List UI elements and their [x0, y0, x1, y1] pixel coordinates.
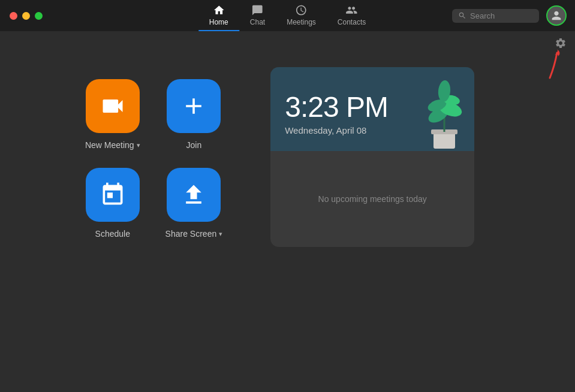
minimize-button[interactable]	[22, 12, 30, 20]
search-icon	[458, 11, 466, 20]
tab-home[interactable]: Home	[198, 1, 239, 31]
settings-icon	[555, 37, 567, 49]
share-screen-label: Share Screen ▾	[165, 229, 223, 239]
share-screen-icon-bg	[167, 168, 221, 222]
maximize-button[interactable]	[35, 12, 43, 20]
tab-meetings[interactable]: Meetings	[276, 1, 327, 31]
tab-meetings-label: Meetings	[287, 18, 316, 26]
meetings-icon	[296, 4, 308, 16]
join-label: Join	[186, 140, 202, 150]
chat-icon	[251, 4, 263, 16]
schedule-label: Schedule	[95, 229, 130, 239]
clock-time: 3:23 PM	[285, 93, 388, 122]
join-icon-bg	[167, 79, 221, 133]
upload-icon	[180, 182, 207, 208]
calendar-icon	[100, 182, 126, 208]
home-icon	[213, 4, 225, 16]
titlebar: Home Chat Meetings Contacts	[0, 0, 575, 31]
new-meeting-chevron: ▾	[137, 141, 140, 149]
close-button[interactable]	[10, 12, 17, 20]
new-meeting-icon-bg	[86, 79, 140, 133]
red-arrow	[532, 48, 562, 86]
action-grid: New Meeting ▾ Join Schedule	[84, 67, 222, 239]
clock-date: Wednesday, April 08	[285, 125, 388, 135]
tab-contacts[interactable]: Contacts	[327, 1, 377, 31]
share-screen-chevron: ▾	[219, 230, 222, 238]
avatar[interactable]	[546, 5, 567, 26]
schedule-icon-bg	[86, 168, 140, 222]
new-meeting-item[interactable]: New Meeting ▾	[84, 79, 142, 150]
no-meetings-text: No upcoming meetings today	[318, 194, 427, 204]
search-area[interactable]	[452, 9, 539, 23]
right-panel: 3:23 PM Wednesday, April 08	[270, 67, 474, 247]
search-input[interactable]	[470, 11, 533, 20]
join-item[interactable]: Join	[165, 79, 223, 150]
window-controls	[0, 12, 43, 20]
schedule-item[interactable]: Schedule	[84, 168, 142, 239]
svg-rect-0	[433, 132, 455, 149]
plus-icon	[180, 93, 207, 119]
tab-contacts-label: Contacts	[338, 18, 366, 26]
share-screen-item[interactable]: Share Screen ▾	[165, 168, 223, 239]
tab-chat[interactable]: Chat	[239, 1, 276, 31]
nav-tabs: Home Chat Meetings Contacts	[198, 1, 377, 31]
new-meeting-label: New Meeting ▾	[85, 140, 140, 150]
clock-text: 3:23 PM Wednesday, April 08	[285, 93, 388, 135]
tab-home-label: Home	[209, 18, 228, 26]
plant-svg	[420, 79, 468, 151]
tab-chat-label: Chat	[250, 18, 265, 26]
meetings-section: No upcoming meetings today	[270, 151, 474, 247]
clock-section: 3:23 PM Wednesday, April 08	[270, 67, 474, 151]
arrow-svg	[532, 48, 562, 84]
avatar-icon	[550, 9, 563, 22]
main-content: New Meeting ▾ Join Schedule	[0, 31, 575, 392]
camera-icon	[100, 93, 126, 119]
plant-decoration	[420, 79, 468, 151]
contacts-icon	[346, 4, 358, 16]
